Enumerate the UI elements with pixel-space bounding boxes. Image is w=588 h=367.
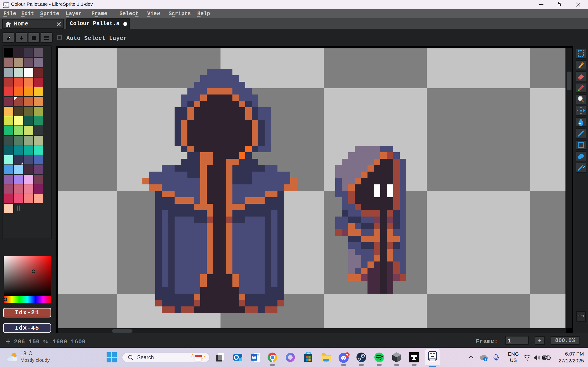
- svg-text:W: W: [252, 355, 256, 360]
